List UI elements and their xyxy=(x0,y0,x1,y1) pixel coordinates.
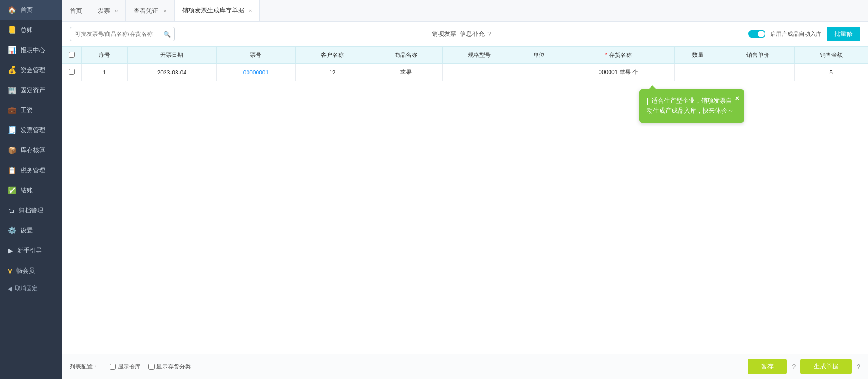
show-warehouse-checkbox[interactable] xyxy=(110,364,116,370)
invoice-mgmt-icon: 🧾 xyxy=(8,126,17,135)
sidebar-item-label: 固定资产 xyxy=(21,86,45,95)
table-container: 序号 开票日期 票号 客户名称 商品名称 规格型号 单位 * 存货名称 数量 销… xyxy=(62,46,868,354)
sidebar-item-label: 库存核算 xyxy=(21,146,45,155)
toolbar-right: 启用产成品自动入库 批量修 xyxy=(748,27,860,41)
toolbar-left: 🔍 xyxy=(70,27,175,41)
sidebar-item-tax[interactable]: 📋 税务管理 xyxy=(0,160,62,180)
tax-icon: 📋 xyxy=(8,166,17,175)
th-unit: 单位 xyxy=(516,47,562,64)
th-unit-price: 销售单价 xyxy=(721,47,795,64)
ticket-no-link[interactable]: 00000001 xyxy=(243,69,269,76)
tab-view-voucher[interactable]: 查看凭证 × xyxy=(126,0,174,21)
sidebar-item-guide[interactable]: ▶ 新手引导 xyxy=(0,241,62,261)
save-help-icon[interactable]: ? xyxy=(792,363,796,370)
show-warehouse-label: 显示仓库 xyxy=(118,363,141,371)
toolbar-center: 销项发票_信息补充 ? xyxy=(432,30,491,38)
sidebar-item-label: 畅会员 xyxy=(16,266,35,275)
table-row: 1 2023-03-04 00000001 12 苹果 000001 苹果 个 … xyxy=(62,64,868,81)
close-sales-invoice-tab[interactable]: × xyxy=(249,8,252,13)
sidebar-item-invoice-mgmt[interactable]: 🧾 发票管理 xyxy=(0,120,62,140)
tab-view-voucher-label: 查看凭证 xyxy=(134,7,158,15)
td-spec xyxy=(443,64,516,81)
config-label: 列表配置： xyxy=(70,363,98,371)
batch-button[interactable]: 批量修 xyxy=(827,27,860,41)
show-category-label: 显示存货分类 xyxy=(156,363,191,371)
sidebar-item-funds[interactable]: 💰 资金管理 xyxy=(0,60,62,80)
td-customer: 12 xyxy=(296,64,369,81)
sidebar-item-home[interactable]: 🏠 首页 xyxy=(0,0,62,20)
search-wrap: 🔍 xyxy=(70,27,175,41)
info-help-icon[interactable]: ? xyxy=(487,30,491,38)
member-icon: V xyxy=(8,267,12,275)
tab-home-label: 首页 xyxy=(70,7,82,15)
th-amount: 销售金额 xyxy=(795,47,868,64)
td-amount: 5 xyxy=(795,64,868,81)
sidebar-item-settlement[interactable]: ✅ 结账 xyxy=(0,180,62,200)
sidebar: 🏠 首页 📒 总账 📊 报表中心 💰 资金管理 🏢 固定资产 💼 工资 🧾 发票… xyxy=(0,0,62,379)
sidebar-item-label: 首页 xyxy=(21,6,33,14)
generate-help-icon[interactable]: ? xyxy=(857,363,860,370)
undo-fixed-label: 取消固定 xyxy=(15,284,38,293)
undo-fixed[interactable]: ◀ 取消固定 xyxy=(0,281,62,296)
close-invoice-tab[interactable]: × xyxy=(115,8,118,14)
data-table: 序号 开票日期 票号 客户名称 商品名称 规格型号 单位 * 存货名称 数量 销… xyxy=(62,46,868,81)
td-ticket-no[interactable]: 00000001 xyxy=(216,64,296,81)
td-unit xyxy=(516,64,562,81)
sidebar-item-archive[interactable]: 🗂 归档管理 xyxy=(0,200,62,221)
close-view-voucher-tab[interactable]: × xyxy=(163,8,166,14)
show-category-checkbox[interactable] xyxy=(148,364,155,370)
sidebar-item-member[interactable]: V 畅会员 xyxy=(0,261,62,281)
sidebar-item-inventory[interactable]: 📦 库存核算 xyxy=(0,140,62,160)
undo-fixed-icon: ◀ xyxy=(8,285,12,292)
sidebar-item-payroll[interactable]: 💼 工资 xyxy=(0,100,62,120)
tooltip-close-btn[interactable]: × xyxy=(735,93,739,104)
row-checkbox[interactable] xyxy=(69,69,75,75)
td-checkbox xyxy=(62,64,82,81)
td-inventory: 000001 苹果 个 xyxy=(562,64,675,81)
th-date: 开票日期 xyxy=(128,47,217,64)
th-customer: 客户名称 xyxy=(296,47,369,64)
td-date: 2023-03-04 xyxy=(128,64,217,81)
inventory-icon: 📦 xyxy=(8,146,17,155)
page-content: 🔍 销项发票_信息补充 ? 启用产成品自动入库 批量修 xyxy=(62,22,868,379)
checkbox-group: 显示仓库 显示存货分类 xyxy=(110,363,191,371)
tab-bar: 首页 发票 × 查看凭证 × 销项发票生成库存单据 × xyxy=(62,0,868,22)
tab-invoice-label: 发票 xyxy=(98,7,110,15)
th-qty: 数量 xyxy=(675,47,721,64)
tooltip-popup: × 适合生产型企业，销项发票自动生成产成品入库，快来体验～ xyxy=(639,89,744,123)
ledger-icon: 📒 xyxy=(8,26,17,34)
generate-button[interactable]: 生成单据 xyxy=(800,359,852,374)
search-icon: 🔍 xyxy=(163,31,171,38)
td-seq: 1 xyxy=(82,64,128,81)
sidebar-item-label: 发票管理 xyxy=(21,126,45,135)
payroll-icon: 💼 xyxy=(8,106,17,115)
home-icon: 🏠 xyxy=(8,6,17,14)
auto-warehouse-toggle[interactable] xyxy=(748,30,765,38)
sidebar-item-label: 税务管理 xyxy=(21,166,45,175)
tab-invoice[interactable]: 发票 × xyxy=(90,0,126,21)
sidebar-item-label: 工资 xyxy=(21,106,33,115)
sidebar-item-settings[interactable]: ⚙️ 设置 xyxy=(0,221,62,241)
sidebar-item-label: 结账 xyxy=(21,186,33,195)
select-all-checkbox[interactable] xyxy=(69,52,75,58)
td-qty xyxy=(675,64,721,81)
settlement-icon: ✅ xyxy=(8,186,17,195)
sidebar-item-label: 新手引导 xyxy=(17,246,42,255)
sidebar-item-ledger[interactable]: 📒 总账 xyxy=(0,20,62,40)
bottom-actions: 暂存 ? 生成单据 ? xyxy=(748,359,860,374)
search-input[interactable] xyxy=(70,27,175,41)
save-button[interactable]: 暂存 xyxy=(748,359,787,374)
reports-icon: 📊 xyxy=(8,46,17,54)
tab-sales-invoice[interactable]: 销项发票生成库存单据 × xyxy=(175,0,260,21)
table-header-row: 序号 开票日期 票号 客户名称 商品名称 规格型号 单位 * 存货名称 数量 销… xyxy=(62,47,868,64)
main-content: 首页 发票 × 查看凭证 × 销项发票生成库存单据 × 🔍 销项发票_信息补充 xyxy=(62,0,868,379)
tab-home[interactable]: 首页 xyxy=(62,0,90,21)
toolbar: 🔍 销项发票_信息补充 ? 启用产成品自动入库 批量修 xyxy=(62,22,868,46)
sidebar-item-fixed-assets[interactable]: 🏢 固定资产 xyxy=(0,80,62,100)
th-inventory: * 存货名称 xyxy=(562,47,675,64)
info-label: 销项发票_信息补充 xyxy=(432,30,485,38)
th-checkbox xyxy=(62,47,82,64)
sidebar-item-reports[interactable]: 📊 报表中心 xyxy=(0,40,62,60)
settings-icon: ⚙️ xyxy=(8,226,17,235)
th-seq: 序号 xyxy=(82,47,128,64)
